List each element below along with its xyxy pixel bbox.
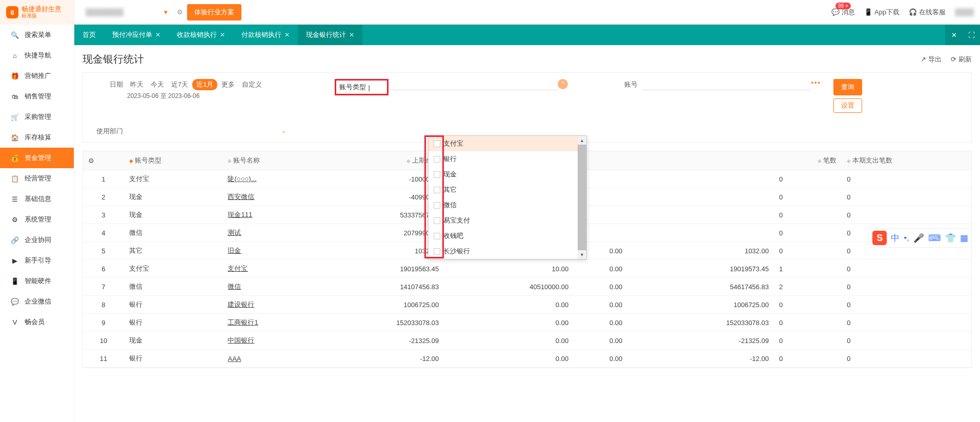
shirt-icon[interactable]: 👕: [945, 233, 956, 244]
dropdown-item-其它[interactable]: 其它: [428, 182, 586, 197]
user-avatar[interactable]: ████: [955, 8, 974, 16]
dropdown-item-长沙银行[interactable]: 长沙银行: [428, 244, 586, 259]
nav-item-畅会员[interactable]: V畅会员: [0, 312, 74, 332]
column-header[interactable]: [651, 151, 774, 170]
account-type-input[interactable]: [389, 79, 558, 90]
mic-icon[interactable]: 🎤: [913, 233, 924, 244]
close-icon[interactable]: ✕: [284, 31, 290, 38]
dropdown-item-支付宝[interactable]: 支付宝: [428, 136, 586, 151]
nav-item-企业微信[interactable]: 💬企业微信: [0, 291, 74, 312]
close-icon[interactable]: ✕: [349, 31, 354, 38]
dropdown-item-label: 易宝支付: [443, 216, 470, 225]
close-all-tabs[interactable]: ✕: [945, 25, 963, 45]
account-name-link[interactable]: 支付宝: [228, 265, 248, 272]
dropdown-item-银行[interactable]: 银行: [428, 151, 586, 167]
chevron-down-icon[interactable]: ⌄: [281, 127, 287, 134]
nav-item-销售管理[interactable]: 🛍销售管理: [0, 86, 74, 107]
nav-item-库存核算[interactable]: 🏠库存核算: [0, 127, 74, 148]
column-header[interactable]: ◆账号类型: [124, 151, 223, 170]
checkbox[interactable]: [434, 140, 440, 147]
messages-link[interactable]: 💬 消息 99 +: [831, 8, 855, 17]
account-name-link[interactable]: 陡(○○○)...: [228, 175, 256, 183]
service-link[interactable]: 🎧 在线客服: [909, 8, 946, 17]
column-header[interactable]: ◆本期支出笔数: [842, 151, 971, 170]
tab-现金银行统计[interactable]: 现金银行统计✕: [298, 25, 362, 45]
account-name-link[interactable]: 微信: [228, 283, 241, 290]
date-chip-今天[interactable]: 今天: [148, 79, 167, 90]
scroll-down-icon[interactable]: ▼: [578, 250, 586, 259]
nav-item-基础信息[interactable]: ☰基础信息: [0, 189, 74, 209]
column-header[interactable]: ◆上期余额: [321, 151, 444, 170]
date-chip-近1月[interactable]: 近1月: [192, 79, 217, 90]
expand-icon[interactable]: ⛶: [963, 25, 980, 45]
column-header[interactable]: ⚙: [83, 151, 124, 170]
ime-dot-icon[interactable]: •,: [904, 233, 909, 243]
nav-item-快捷导航[interactable]: ⌂快捷导航: [0, 45, 74, 66]
checkbox[interactable]: [434, 217, 440, 224]
checkbox[interactable]: [434, 171, 440, 178]
nav-item-采购管理[interactable]: 🛒采购管理: [0, 107, 74, 127]
nav-item-资金管理[interactable]: 💰资金管理: [0, 148, 74, 168]
account-type-filter[interactable]: 账号类型 |: [335, 79, 389, 95]
nav-item-新手引导[interactable]: ▶新手引导: [0, 250, 74, 271]
grid-icon[interactable]: ▦: [960, 233, 968, 244]
scroll-up-icon[interactable]: ▲: [578, 136, 586, 145]
checkbox[interactable]: [434, 233, 440, 239]
account-name-link[interactable]: 西安微信: [228, 193, 254, 200]
tab-预付冲应付单[interactable]: 预付冲应付单✕: [104, 25, 169, 45]
nav-item-系统管理[interactable]: ⚙系统管理: [0, 209, 74, 230]
app-download-link[interactable]: 📱 App下载: [864, 8, 900, 17]
solution-button[interactable]: 体验行业方案: [187, 4, 241, 21]
ime-toolbar[interactable]: S 中 •, 🎤 ⌨ 👕 ▦: [869, 228, 972, 248]
date-chip-昨天[interactable]: 昨天: [127, 79, 147, 90]
nav-item-营销推广[interactable]: 🎁营销推广: [0, 66, 74, 86]
more-dots-icon[interactable]: •••: [811, 79, 821, 87]
date-chip-更多[interactable]: 更多: [218, 79, 238, 90]
checkbox[interactable]: [434, 202, 440, 209]
account-name-link[interactable]: 旧金: [228, 247, 241, 254]
dropdown-item-label: 微信: [443, 200, 457, 210]
gear-icon[interactable]: ⚙: [88, 157, 94, 165]
account-name-link[interactable]: 工商银行1: [228, 318, 258, 326]
dropdown-item-易宝支付[interactable]: 易宝支付: [428, 213, 586, 228]
tab-付款核销执行[interactable]: 付款核销执行✕: [233, 25, 298, 45]
settings-button[interactable]: 设置: [833, 98, 862, 113]
dropdown-scrollbar[interactable]: ▲ ▼: [578, 136, 586, 259]
close-icon[interactable]: ✕: [155, 31, 160, 38]
date-chip-近7天[interactable]: 近7天: [168, 79, 191, 90]
nav-item-智能硬件[interactable]: 📱智能硬件: [0, 271, 74, 291]
checkbox[interactable]: [434, 248, 440, 255]
account-name-link[interactable]: 测试: [228, 229, 241, 236]
nav-item-经营管理[interactable]: 📋经营管理: [0, 168, 74, 189]
dept-input[interactable]: [127, 125, 281, 136]
ime-lang[interactable]: 中: [891, 232, 900, 244]
date-chip-自定义[interactable]: 自定义: [239, 79, 265, 90]
account-input[interactable]: [642, 79, 811, 90]
checkbox[interactable]: [434, 187, 440, 193]
query-button[interactable]: 查询: [833, 79, 862, 95]
account-name-link[interactable]: 建设银行: [228, 300, 254, 308]
collapse-button[interactable]: ⌃: [558, 79, 568, 89]
account-name-link[interactable]: 中国银行: [228, 336, 254, 344]
export-button[interactable]: ↗ 导出: [921, 55, 942, 64]
tab-首页[interactable]: 首页: [74, 25, 104, 45]
dropdown-item-收钱吧[interactable]: 收钱吧: [428, 228, 586, 244]
gear-icon[interactable]: ⚙: [177, 8, 183, 16]
column-header[interactable]: [627, 151, 651, 170]
close-icon[interactable]: ✕: [220, 31, 225, 38]
nav-item-搜索菜单[interactable]: 🔍搜索菜单: [0, 25, 74, 45]
scroll-thumb[interactable]: [578, 145, 586, 250]
account-name-link[interactable]: AAA: [228, 355, 241, 363]
company-selector[interactable]: ████████ ▾: [80, 8, 173, 16]
checkbox[interactable]: [434, 156, 440, 163]
dropdown-item-微信[interactable]: 微信: [428, 197, 586, 213]
account-name-link[interactable]: 现金111: [228, 211, 252, 218]
keyboard-icon[interactable]: ⌨: [928, 233, 941, 244]
refresh-button[interactable]: ⟳ 刷新: [951, 55, 972, 64]
nav-label: 企业微信: [25, 297, 51, 306]
dropdown-item-现金[interactable]: 现金: [428, 167, 586, 182]
tab-收款核销执行[interactable]: 收款核销执行✕: [169, 25, 233, 45]
nav-item-企业协同[interactable]: 🔗企业协同: [0, 230, 74, 250]
column-header[interactable]: ◆笔数: [774, 151, 842, 170]
column-header[interactable]: ◆账号名称: [222, 151, 321, 170]
